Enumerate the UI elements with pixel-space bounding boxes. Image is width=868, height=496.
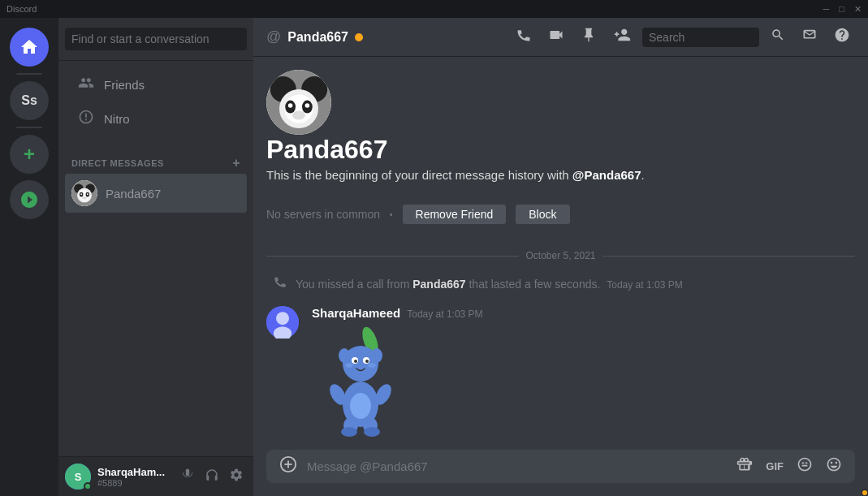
svg-point-21	[276, 312, 289, 325]
block-button[interactable]: Block	[516, 205, 569, 224]
nav-item-nitro[interactable]: Nitro	[65, 102, 247, 136]
svg-point-18	[288, 103, 293, 108]
svg-point-35	[350, 393, 371, 419]
date-divider: October 5, 2021	[266, 250, 855, 261]
server-sidebar: Ss +	[0, 18, 58, 496]
emoji-button[interactable]	[823, 453, 845, 480]
svg-point-31	[368, 363, 376, 368]
svg-point-8	[80, 193, 82, 195]
svg-point-9	[87, 193, 89, 195]
panda667-name: Panda667	[106, 187, 161, 201]
user-panel: S SharqaHam... #5889	[58, 456, 253, 496]
own-avatar: S	[65, 464, 91, 490]
gift-button[interactable]	[733, 453, 756, 480]
at-symbol: @	[266, 28, 281, 45]
add-server-icon[interactable]: +	[10, 135, 49, 174]
inbox-button[interactable]	[797, 24, 823, 50]
server-divider	[16, 73, 42, 75]
dm-section-header: DIRECT MESSAGES +	[65, 143, 247, 174]
close-button[interactable]: ✕	[854, 4, 862, 15]
sticker-button[interactable]	[793, 453, 816, 480]
description-mention: @Panda667	[572, 168, 641, 182]
message-author-avatar	[266, 306, 299, 339]
minimize-button[interactable]: ─	[823, 4, 830, 15]
own-discriminator: #5889	[97, 478, 171, 488]
topbar-username: Panda667	[287, 30, 348, 45]
server-icon-ss[interactable]: Ss	[10, 81, 49, 120]
remove-friend-button[interactable]: Remove Friend	[403, 205, 507, 224]
search-input[interactable]	[642, 28, 759, 47]
nav-items: Friends Nitro	[58, 61, 253, 143]
titlebar: Discord ─ □ ✕	[0, 0, 868, 18]
message-input[interactable]	[307, 450, 727, 483]
message-body: SharqaHameed Today at 1:03 PM	[312, 306, 855, 437]
attach-file-button[interactable]	[276, 452, 300, 481]
video-call-button[interactable]	[543, 24, 569, 50]
find-conversation-input[interactable]	[65, 28, 247, 50]
message-time: Today at 1:03 PM	[407, 308, 482, 320]
maximize-button[interactable]: □	[839, 4, 844, 15]
no-servers-row: No servers in common • Remove Friend Blo…	[266, 205, 855, 224]
server-divider-2	[16, 127, 42, 128]
settings-button[interactable]	[226, 466, 247, 487]
message-author-name: SharqaHameed	[312, 306, 400, 320]
svg-point-7	[82, 196, 87, 200]
gif-button[interactable]: GIF	[762, 457, 787, 476]
svg-point-19	[305, 103, 310, 108]
no-servers-text: No servers in common	[266, 208, 380, 221]
pin-messages-button[interactable]	[576, 24, 602, 50]
description-prefix: This is the beginning of your direct mes…	[266, 168, 572, 182]
svg-point-32	[339, 348, 350, 363]
topbar: @ Panda667	[253, 18, 868, 57]
nitro-label: Nitro	[104, 112, 130, 126]
profile-username: Panda667	[266, 135, 855, 165]
friends-label: Friends	[104, 78, 145, 92]
profile-description: This is the beginning of your direct mes…	[266, 168, 855, 182]
explore-icon[interactable]	[10, 180, 49, 219]
svg-point-30	[345, 363, 353, 368]
dm-section: DIRECT MESSAGES +	[58, 143, 253, 456]
user-controls	[177, 466, 247, 487]
chat-area: Panda667 This is the beginning of your d…	[253, 57, 868, 450]
panda667-avatar	[71, 180, 97, 206]
channel-sidebar: Friends Nitro DIRECT MESSAGES +	[58, 18, 253, 496]
search-button[interactable]	[766, 24, 790, 50]
svg-point-40	[341, 427, 357, 437]
message-header: SharqaHameed Today at 1:03 PM	[312, 306, 855, 320]
nitro-icon	[78, 109, 94, 129]
message-group: SharqaHameed Today at 1:03 PM	[266, 306, 855, 437]
missed-call-time: Today at 1:03 PM	[607, 279, 682, 291]
own-status-dot	[84, 482, 92, 490]
app-body: Ss + Friends	[0, 18, 868, 496]
own-user-info: SharqaHam... #5889	[97, 466, 171, 488]
friends-icon	[78, 75, 94, 95]
phone-call-button[interactable]	[511, 24, 537, 50]
profile-avatar-large	[266, 70, 331, 135]
create-dm-button[interactable]: +	[232, 156, 240, 170]
titlebar-controls: ─ □ ✕	[823, 4, 862, 15]
svg-point-33	[371, 348, 382, 363]
deafen-button[interactable]	[201, 466, 222, 487]
home-server-icon[interactable]	[10, 28, 49, 67]
main-content: @ Panda667	[253, 18, 868, 496]
sticker	[312, 323, 409, 437]
nav-item-friends[interactable]: Friends	[65, 68, 247, 101]
topbar-status-dot	[355, 33, 363, 41]
dm-item-panda667[interactable]: Panda667	[65, 174, 247, 213]
add-friend-button[interactable]	[608, 23, 636, 51]
own-username: SharqaHam...	[97, 466, 171, 478]
svg-point-17	[292, 110, 305, 119]
svg-point-41	[364, 427, 380, 437]
separator-dot: •	[390, 210, 393, 219]
mute-button[interactable]	[177, 466, 198, 487]
missed-call: You missed a call from Panda667 that las…	[266, 274, 855, 293]
titlebar-title: Discord	[6, 4, 823, 14]
date-divider-text: October 5, 2021	[525, 250, 595, 261]
message-input-box: GIF	[266, 450, 855, 483]
svg-point-29	[365, 360, 369, 363]
search-bar-container	[58, 18, 253, 61]
missed-call-text: You missed a call from Panda667 that las…	[296, 278, 683, 291]
profile-header: Panda667 This is the beginning of your d…	[266, 70, 855, 192]
svg-point-28	[354, 360, 357, 363]
help-button[interactable]	[829, 24, 855, 50]
